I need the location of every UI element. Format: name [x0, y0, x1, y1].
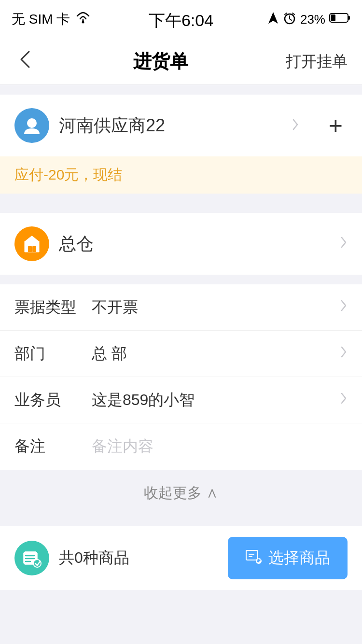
carrier-label: 无 SIM 卡 [12, 10, 70, 28]
select-product-icon [245, 547, 263, 569]
product-icon-wrap [14, 541, 49, 575]
section-gap-1 [0, 85, 362, 95]
page-title: 进货单 [133, 49, 188, 74]
department-row[interactable]: 部门 总 部 [0, 331, 362, 377]
vertical-divider [314, 113, 314, 138]
svg-rect-8 [348, 16, 350, 20]
salesperson-value: 这是859的小智 [92, 390, 340, 411]
notice-bar: 应付-20元，现结 [0, 156, 362, 194]
status-time: 下午6:04 [149, 10, 213, 32]
warehouse-row[interactable]: 总仓 [0, 213, 362, 275]
status-bar: 无 SIM 卡 下午6:04 23% [0, 0, 362, 39]
warehouse-icon [14, 226, 49, 261]
invoice-type-row[interactable]: 票据类型 不开票 [0, 284, 362, 331]
department-label: 部门 [14, 343, 82, 364]
bottom-bar: 共0种商品 选择商品 [0, 526, 362, 590]
svg-rect-11 [32, 246, 36, 252]
salesperson-row[interactable]: 业务员 这是859的小智 [0, 377, 362, 423]
svg-rect-10 [28, 246, 32, 252]
supplier-name: 河南供应商22 [59, 114, 292, 138]
open-pending-button[interactable]: 打开挂单 [286, 51, 348, 72]
notice-text: 应付-20元，现结 [14, 167, 122, 182]
status-right: 23% [267, 11, 350, 28]
svg-rect-15 [246, 550, 258, 560]
status-left: 无 SIM 卡 [12, 10, 91, 28]
svg-point-0 [82, 21, 84, 23]
supplier-section: 河南供应商22 + 应付-20元，现结 [0, 95, 362, 194]
svg-rect-7 [331, 14, 335, 21]
invoice-type-label: 票据类型 [14, 297, 82, 318]
svg-point-9 [27, 118, 37, 128]
warehouse-chevron-icon [340, 235, 348, 253]
gray-background [0, 600, 362, 644]
back-button[interactable] [14, 45, 36, 78]
product-count-label: 共0种商品 [59, 547, 228, 569]
alarm-icon [283, 11, 296, 28]
svg-line-5 [292, 13, 294, 14]
form-section: 票据类型 不开票 部门 总 部 业务员 这是859的小智 备注 备注内容 [0, 284, 362, 470]
section-gap-2 [0, 194, 362, 203]
battery-icon [329, 12, 350, 27]
location-icon [267, 11, 279, 28]
collapse-button[interactable]: 收起更多 ∧ [0, 470, 362, 517]
invoice-type-value: 不开票 [92, 297, 340, 318]
supplier-avatar [14, 108, 49, 143]
department-value: 总 部 [92, 343, 340, 364]
supplier-chevron-icon [292, 115, 299, 136]
remark-row[interactable]: 备注 备注内容 [0, 423, 362, 470]
add-button[interactable]: + [324, 112, 348, 140]
remark-label: 备注 [14, 436, 82, 457]
select-product-label: 选择商品 [268, 547, 330, 569]
supplier-row[interactable]: 河南供应商22 + [0, 95, 362, 156]
warehouse-section: 总仓 [0, 213, 362, 275]
warehouse-name: 总仓 [59, 232, 340, 256]
remark-value: 备注内容 [92, 436, 348, 457]
salesperson-chevron-icon [340, 391, 348, 409]
nav-bar: 进货单 打开挂单 [0, 39, 362, 85]
department-chevron-icon [340, 345, 348, 363]
invoice-type-chevron-icon [340, 298, 348, 316]
battery-label: 23% [300, 12, 325, 27]
select-product-button[interactable]: 选择商品 [228, 537, 348, 579]
collapse-label: 收起更多 ∧ [144, 483, 218, 503]
salesperson-label: 业务员 [14, 390, 82, 411]
svg-line-3 [290, 19, 292, 20]
svg-line-4 [285, 13, 287, 14]
svg-point-14 [33, 560, 41, 567]
wifi-icon [75, 11, 91, 28]
